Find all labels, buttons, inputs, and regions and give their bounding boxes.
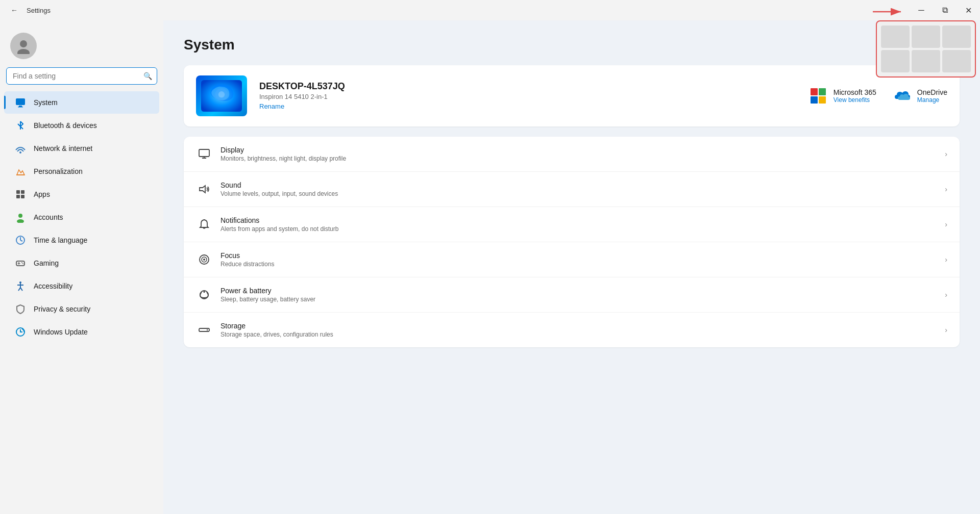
sound-subtitle: Volume levels, output, input, sound devi… [220, 190, 937, 197]
onedrive-sub[interactable]: Manage [917, 96, 947, 104]
sidebar-item-network[interactable]: Network & internet [4, 137, 159, 160]
svg-point-13 [18, 214, 22, 218]
network-icon [14, 142, 27, 155]
power-subtitle: Sleep, battery usage, battery saver [220, 296, 937, 303]
svg-rect-9 [16, 190, 20, 194]
svg-rect-12 [21, 195, 24, 198]
snap-cell-6[interactable] [942, 50, 971, 72]
accessibility-icon [14, 280, 27, 292]
notifications-chevron: › [945, 220, 947, 228]
svg-rect-11 [16, 195, 20, 198]
svg-point-2 [20, 40, 27, 47]
titlebar: ← Settings ─ ⧉ ✕ [0, 0, 980, 20]
m365-sub[interactable]: View benefits [834, 96, 876, 104]
svg-point-39 [203, 259, 205, 261]
snap-cell-3[interactable] [942, 25, 971, 48]
personalization-icon [14, 165, 27, 177]
sidebar-item-update[interactable]: Windows Update [4, 321, 159, 343]
m365-service[interactable]: Microsoft 365 View benefits [809, 87, 876, 105]
sidebar-item-accounts[interactable]: Accounts [4, 206, 159, 228]
svg-point-21 [21, 262, 22, 263]
svg-rect-6 [18, 107, 23, 108]
svg-rect-5 [19, 106, 22, 107]
sidebar-item-personalization[interactable]: Personalization [4, 160, 159, 183]
display-subtitle: Monitors, brightness, night light, displ… [220, 155, 937, 162]
device-card: DESKTOP-4L537JQ Inspiron 14 5410 2-in-1 … [184, 65, 960, 126]
power-chevron: › [945, 291, 947, 299]
power-row[interactable]: Power & battery Sleep, battery usage, ba… [184, 277, 960, 313]
svg-marker-35 [200, 186, 205, 193]
focus-icon [196, 251, 212, 268]
sidebar-item-time[interactable]: Time & language [4, 229, 159, 251]
system-icon [14, 96, 27, 109]
network-label: Network & internet [34, 144, 92, 152]
bluetooth-icon [14, 119, 27, 132]
accounts-icon [14, 211, 27, 223]
onedrive-icon [893, 87, 911, 105]
storage-title: Storage [220, 322, 937, 330]
window-title: Settings [27, 7, 51, 14]
sound-row[interactable]: Sound Volume levels, output, input, soun… [184, 172, 960, 207]
sidebar-item-privacy[interactable]: Privacy & security [4, 298, 159, 320]
storage-subtitle: Storage space, drives, configuration rul… [220, 331, 937, 338]
page-title: System [184, 37, 960, 53]
maximize-button[interactable]: ⧉ [933, 0, 957, 20]
sidebar-item-system[interactable]: System [4, 91, 159, 114]
content-area: System [163, 20, 980, 514]
sidebar-nav: System Bluetooth & devices [0, 91, 163, 344]
svg-line-17 [20, 240, 22, 241]
minimize-button[interactable]: ─ [910, 0, 933, 20]
bluetooth-label: Bluetooth & devices [34, 121, 97, 130]
focus-title: Focus [220, 251, 937, 260]
storage-row[interactable]: Storage Storage space, drives, configura… [184, 313, 960, 347]
apps-icon [14, 188, 27, 200]
focus-row[interactable]: Focus Reduce distractions › [184, 242, 960, 277]
notifications-row[interactable]: Notifications Alerts from apps and syste… [184, 207, 960, 242]
sidebar-item-accessibility[interactable]: Accessibility [4, 275, 159, 297]
svg-point-3 [17, 49, 30, 54]
update-label: Windows Update [34, 328, 88, 336]
notifications-title: Notifications [220, 216, 937, 224]
svg-rect-4 [16, 98, 25, 105]
sound-icon [196, 181, 212, 197]
sound-chevron: › [945, 185, 947, 193]
display-row[interactable]: Display Monitors, brightness, night ligh… [184, 137, 960, 172]
display-icon [196, 146, 212, 162]
device-services: Microsoft 365 View benefits OneDrive [809, 87, 947, 105]
time-label: Time & language [34, 236, 87, 244]
snap-cell-2[interactable] [912, 25, 940, 48]
snap-cell-4[interactable] [881, 50, 910, 72]
search-section: 🔍 [6, 67, 157, 85]
sidebar-item-gaming[interactable]: Gaming [4, 252, 159, 274]
settings-section: Display Monitors, brightness, night ligh… [184, 137, 960, 347]
snap-arrow [868, 4, 909, 19]
system-label: System [34, 98, 58, 107]
sidebar-item-bluetooth[interactable]: Bluetooth & devices [4, 114, 159, 137]
onedrive-service[interactable]: OneDrive Manage [893, 87, 947, 105]
gaming-label: Gaming [34, 259, 59, 267]
device-image [196, 75, 247, 116]
svg-rect-32 [199, 149, 209, 157]
svg-point-23 [19, 281, 21, 284]
storage-icon [196, 322, 212, 338]
sound-title: Sound [220, 181, 937, 189]
rename-link[interactable]: Rename [259, 102, 284, 110]
sidebar: 🔍 System Bluet [0, 20, 163, 514]
onedrive-name: OneDrive [917, 88, 947, 96]
svg-line-27 [20, 288, 22, 291]
back-button[interactable]: ← [6, 2, 22, 18]
focus-text: Focus Reduce distractions [220, 251, 937, 268]
search-input[interactable] [6, 67, 157, 85]
svg-point-31 [218, 91, 225, 97]
main-container: 🔍 System Bluet [0, 20, 980, 514]
snap-cell-5[interactable] [912, 50, 940, 72]
svg-point-43 [207, 329, 208, 330]
display-chevron: › [945, 150, 947, 158]
snap-overlay [876, 20, 976, 78]
focus-subtitle: Reduce distractions [220, 261, 937, 268]
snap-cell-1[interactable] [881, 25, 910, 48]
close-button[interactable]: ✕ [957, 0, 980, 20]
sidebar-item-apps[interactable]: Apps [4, 183, 159, 205]
user-section [0, 20, 163, 67]
m365-icon [809, 87, 827, 105]
